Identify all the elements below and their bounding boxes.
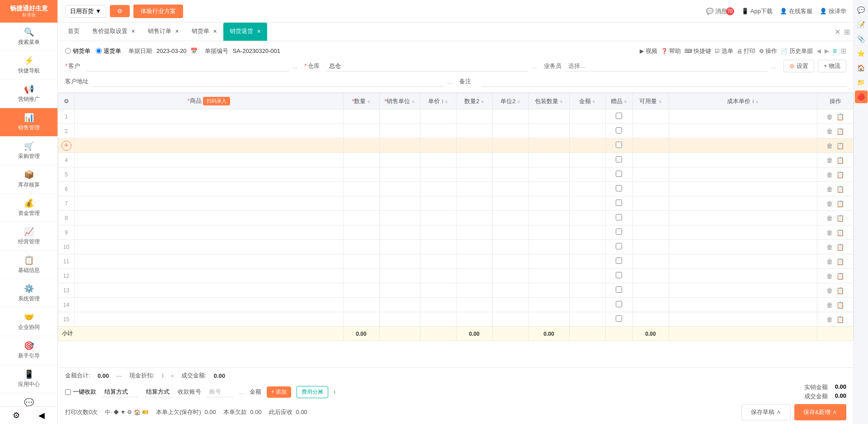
cell-gift-11[interactable] xyxy=(605,254,632,269)
cell-gift-9[interactable] xyxy=(605,225,632,240)
cell-product-9[interactable] xyxy=(75,225,344,240)
cell-quantity2-9[interactable] xyxy=(456,225,492,240)
cell-cost-price-15[interactable] xyxy=(669,312,817,327)
right-panel-btn-active[interactable]: 🔴 xyxy=(855,91,868,103)
cell-unit2-2[interactable] xyxy=(492,124,528,138)
cell-available-14[interactable] xyxy=(632,298,669,312)
calc-method-select[interactable]: 结算方式 xyxy=(143,387,172,397)
delete-row-btn-12[interactable]: 🗑 xyxy=(826,272,834,281)
sidebar-item-wechat[interactable]: 💬 企业微信 xyxy=(0,393,57,406)
cell-unit2-10[interactable] xyxy=(492,240,528,254)
cell-available-10[interactable] xyxy=(632,240,669,254)
cell-cost-price-9[interactable] xyxy=(669,225,817,240)
cell-pack-qty-1[interactable] xyxy=(528,110,569,124)
cell-unit-price-10[interactable] xyxy=(420,240,456,254)
cell-sale-unit-5[interactable] xyxy=(379,167,420,182)
cell-sale-unit-1[interactable] xyxy=(379,110,420,124)
cell-cost-price-4[interactable] xyxy=(669,153,817,167)
cell-amount-14[interactable] xyxy=(569,298,605,312)
cell-pack-qty-5[interactable] xyxy=(528,167,569,182)
cell-amount-12[interactable] xyxy=(569,269,605,283)
video-btn[interactable]: ▶ 视频 xyxy=(640,47,657,55)
quantity-input-5[interactable] xyxy=(346,171,377,178)
cell-pack-qty-8[interactable] xyxy=(528,211,569,225)
column-settings-icon[interactable]: ⚙ xyxy=(64,98,69,105)
cell-sale-unit-15[interactable] xyxy=(379,312,420,327)
cell-unit2-15[interactable] xyxy=(492,312,528,327)
cell-quantity-10[interactable] xyxy=(343,240,379,254)
cell-gift-4[interactable] xyxy=(605,153,632,167)
cell-amount-8[interactable] xyxy=(569,211,605,225)
cell-cost-price-14[interactable] xyxy=(669,298,817,312)
cell-product-14[interactable] xyxy=(75,298,344,312)
cell-amount-4[interactable] xyxy=(569,153,605,167)
cell-unit-price-5[interactable] xyxy=(420,167,456,182)
cell-gift-6[interactable] xyxy=(605,182,632,196)
copy-row-btn-4[interactable]: 📋 xyxy=(835,156,845,165)
sale-unit-sort[interactable]: ⇅ xyxy=(412,100,415,104)
copy-row-btn-13[interactable]: 📋 xyxy=(835,286,845,295)
cell-product-6[interactable] xyxy=(75,182,344,196)
quantity-input-13[interactable] xyxy=(346,287,377,294)
cell-amount-1[interactable] xyxy=(569,110,605,124)
gift-checkbox-8[interactable] xyxy=(616,214,622,220)
cell-unit-price-8[interactable] xyxy=(420,211,456,225)
quantity-input-11[interactable] xyxy=(346,258,377,265)
copy-row-btn-15[interactable]: 📋 xyxy=(835,315,845,324)
settings-btn[interactable]: ⚙ 设置 xyxy=(783,60,814,72)
print-btn[interactable]: 🖨 打印 xyxy=(737,47,755,55)
cell-available-5[interactable] xyxy=(632,167,669,182)
cell-cost-price-8[interactable] xyxy=(669,211,817,225)
cell-amount-11[interactable] xyxy=(569,254,605,269)
product-input-15[interactable] xyxy=(77,316,340,323)
delete-row-btn-3[interactable]: 🗑 xyxy=(826,141,834,150)
logistics-btn[interactable]: + 物流 xyxy=(818,60,846,72)
cell-gift-13[interactable] xyxy=(605,283,632,298)
cell-sale-unit-6[interactable] xyxy=(379,182,420,196)
cell-unit-price-6[interactable] xyxy=(420,182,456,196)
product-input-10[interactable] xyxy=(77,243,340,250)
cell-gift-15[interactable] xyxy=(605,312,632,327)
cell-pack-qty-3[interactable] xyxy=(528,138,569,153)
staff-select-btn[interactable]: ... xyxy=(771,63,776,70)
cell-available-7[interactable] xyxy=(632,196,669,211)
cell-available-6[interactable] xyxy=(632,182,669,196)
copy-row-btn-6[interactable]: 📋 xyxy=(835,185,845,194)
product-input-11[interactable] xyxy=(77,258,340,265)
add-row-btn[interactable]: + xyxy=(61,141,71,151)
cell-available-2[interactable] xyxy=(632,124,669,138)
cell-gift-7[interactable] xyxy=(605,196,632,211)
sidebar-item-finance[interactable]: 💰 资金管理 xyxy=(0,194,57,222)
cost-split-btn[interactable]: 费用分摊 xyxy=(297,386,328,398)
cell-unit-price-2[interactable] xyxy=(420,124,456,138)
cell-cost-price-12[interactable] xyxy=(669,269,817,283)
delete-row-btn-9[interactable]: 🗑 xyxy=(826,228,834,237)
cell-pack-qty-2[interactable] xyxy=(528,124,569,138)
sidebar-item-search[interactable]: 🔍 搜索菜单 xyxy=(0,23,57,51)
tab-sale-price-close[interactable]: ✕ xyxy=(131,29,135,34)
cell-quantity2-11[interactable] xyxy=(456,254,492,269)
cell-quantity-5[interactable] xyxy=(343,167,379,182)
tab-sale-price[interactable]: 售价提取设置 ✕ xyxy=(86,23,142,41)
cell-available-13[interactable] xyxy=(632,283,669,298)
shortcut-btn[interactable]: ⌨ 快捷键 xyxy=(684,47,711,55)
list-view-btn[interactable]: ≡ xyxy=(833,47,837,55)
save-draft-btn[interactable]: 保存草稿 ∧ xyxy=(741,404,791,420)
cell-quantity-4[interactable] xyxy=(343,153,379,167)
cell-product-3[interactable] xyxy=(75,138,344,153)
sidebar-settings-icon[interactable]: ⚙ xyxy=(13,410,20,420)
quantity-input-1[interactable] xyxy=(346,113,377,120)
cell-unit-price-3[interactable] xyxy=(420,138,456,153)
cell-amount-3[interactable] xyxy=(569,138,605,153)
cell-product-13[interactable] xyxy=(75,283,344,298)
cell-product-5[interactable] xyxy=(75,167,344,182)
sidebar-item-operations[interactable]: 📈 经营管理 xyxy=(0,222,57,251)
cell-quantity2-5[interactable] xyxy=(456,167,492,182)
cell-sale-unit-12[interactable] xyxy=(379,269,420,283)
cell-product-2[interactable] xyxy=(75,124,344,138)
cell-quantity-3[interactable] xyxy=(343,138,379,153)
tab-sale-goods[interactable]: 销货单 ✕ xyxy=(185,23,223,41)
sidebar-item-marketing[interactable]: 📢 营销推广 xyxy=(0,80,57,108)
cell-quantity2-8[interactable] xyxy=(456,211,492,225)
cell-gift-1[interactable] xyxy=(605,110,632,124)
